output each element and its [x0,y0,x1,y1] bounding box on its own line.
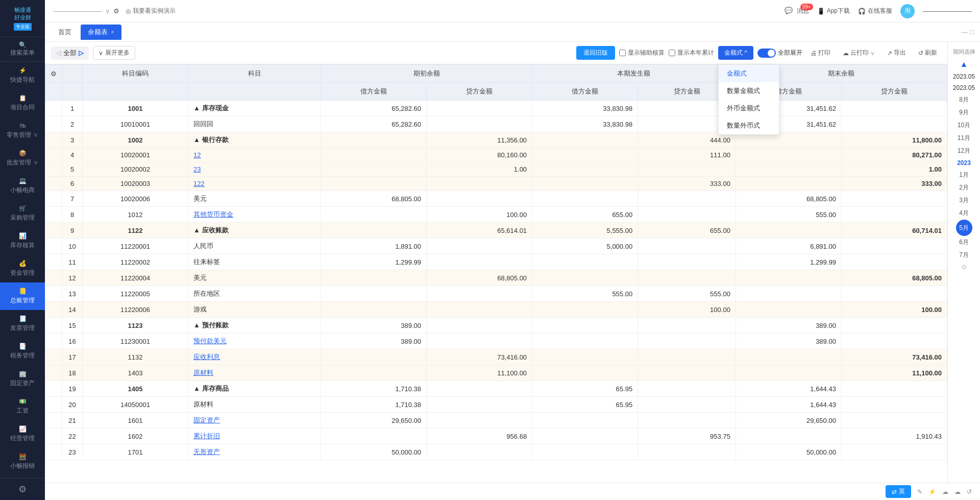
tab-close-icon[interactable]: × [111,29,114,36]
period-10[interactable]: 10月 [953,119,975,132]
table-row: 18 1403 原材料 11,100.00 11,100.00 [45,365,947,381]
breadcrumb-arrow-icon[interactable]: ▷ [79,49,84,57]
search-icon: 🔍 [4,41,41,49]
period-5[interactable]: 5月 [956,220,972,236]
row-name[interactable]: 无形资产 [188,444,321,460]
row-credit-close [841,191,947,207]
back-old-version-btn[interactable]: 退回旧版 [576,46,615,60]
dropdown-item-qty-foreign[interactable]: 数量外币式 [719,117,779,134]
row-name[interactable]: 原材料 [188,365,321,381]
period-3[interactable]: 3月 [953,194,975,207]
bottom-bar: ⇄ 英 ✎ ⚡ ☁ ☁ ↺ [45,483,980,500]
show-ytd-checkbox[interactable] [669,50,675,56]
period-9[interactable]: 9月 [953,106,975,119]
row-name[interactable]: 预付款美元 [188,334,321,349]
row-name: 游戏 [188,302,321,318]
row-name[interactable]: 12 [188,148,321,162]
chevron-down-icon[interactable]: ∨ [105,7,110,15]
row-name[interactable]: 应收利息 [188,349,321,365]
table-row: 20 14050001 原材料 1,710.38 65.95 1,644.43 [45,397,947,413]
col-name: 科目 [188,65,321,83]
bottom-icon-2[interactable]: ⚡ [928,488,936,495]
sidebar-item-purchase[interactable]: 🛒 采购管理 [0,200,45,227]
refresh-btn[interactable]: ↺ 刷新 [914,46,941,59]
row-name[interactable]: 23 [188,162,321,177]
bottom-icon-5[interactable]: ↺ [967,488,972,495]
tab-home[interactable]: 首页 [51,25,79,40]
col-settings[interactable]: ⚙ [45,65,62,83]
row-debit-close [736,365,841,381]
row-debit-cur: 655.00 [532,207,638,223]
sidebar-settings-icon[interactable]: ⚙ [18,484,27,495]
sidebar-item-wholesale[interactable]: 📦 批发管理 ∨ [0,145,45,172]
sidebar-item-reports[interactable]: 🧮 小畅报销 [0,448,45,475]
message-btn[interactable]: 💬 99+ 消息 [785,7,809,15]
sidebar-item-operations[interactable]: 📈 经营管理 [0,420,45,448]
maximize-icon[interactable]: □ [970,28,974,36]
cloud-print-btn[interactable]: ☁ 云打印 ∨ [839,46,879,59]
expand-all-toggle[interactable] [757,49,776,58]
settings-icon[interactable]: ⚙ [113,7,119,15]
table-row: 19 1405 ▲ 库存商品 1,710.38 65.95 1,644.43 [45,381,947,397]
show-aux-checkbox[interactable] [619,50,626,56]
translate-btn[interactable]: ⇄ 英 [886,485,911,498]
message-badge: 99+ [800,4,813,10]
sidebar-item-ecommerce[interactable]: 💻 小畅电商 [0,172,45,200]
row-settings [45,177,62,191]
balance-table: ⚙ 科目编码 科目 期初余额 本期发生额 期末余额 [45,64,947,460]
period-1[interactable]: 1月 [953,169,975,181]
toolbar-right: 退回旧版 显示辅助核算 显示本年累计 金额式 ^ [576,46,941,60]
row-debit-close: 50,000.00 [736,444,841,460]
print-btn[interactable]: 🖨 打印 [806,46,835,59]
period-collapse-icon[interactable]: ⊙ [960,261,969,273]
sidebar-item-capital[interactable]: 💰 资金管理 [0,255,45,282]
period-2[interactable]: 2月 [953,181,975,194]
table-row: 12 11220004 美元 68,805.00 68,805.00 [45,270,947,286]
sidebar-item-tax[interactable]: 📑 税务管理 [0,338,45,365]
period-4[interactable]: 4月 [953,207,975,220]
app-download-btn[interactable]: 📱 App下载 [817,7,850,15]
row-name[interactable]: 其他货币资金 [188,207,321,223]
bottom-icon-1[interactable]: ✎ [917,488,922,495]
period-7[interactable]: 7月 [953,249,975,261]
sidebar-item-shortcut[interactable]: ⚡ 快捷导航 [0,62,45,89]
row-name[interactable]: 122 [188,177,321,191]
export-btn[interactable]: ↗ 导出 [883,46,910,59]
sidebar-item-assets[interactable]: 🏢 固定资产 [0,365,45,393]
sidebar-item-payroll[interactable]: 💵 工资 [0,393,45,420]
demo-link[interactable]: ◎ 我要看实例演示 [126,7,176,15]
bottom-icon-3[interactable]: ☁ [942,488,948,495]
row-debit-close [736,177,841,191]
row-debit-close [736,270,841,286]
sidebar-item-ledger[interactable]: 📒 总账管理 [0,282,45,310]
period-11[interactable]: 11月 [953,132,975,145]
expand-btn[interactable]: ∨ 展开更多 [93,46,135,60]
online-service-btn[interactable]: 🎧 在线客服 [858,7,892,15]
period-8[interactable]: 8月 [953,93,975,106]
dropdown-item-qty-amount[interactable]: 数量金额式 [719,82,779,100]
dropdown-item-foreign-amount[interactable]: 外币金额式 [719,100,779,117]
period-up-arrow[interactable]: ▲ [958,58,970,71]
dropdown-item-amount[interactable]: 金额式 [719,65,779,82]
row-name[interactable]: 累计折旧 [188,428,321,444]
col-no-sub [62,83,83,101]
sidebar-item-retail[interactable]: 🛍 零售管理 ∨ [0,117,45,145]
row-credit-cur [638,191,736,207]
style-btn[interactable]: 金额式 ^ [718,46,753,60]
sidebar-item-inventory[interactable]: 📊 库存核算 [0,227,45,255]
row-name[interactable]: 固定资产 [188,413,321,428]
bottom-icon-4[interactable]: ☁ [954,488,961,495]
period-12[interactable]: 12月 [953,145,975,157]
tab-balance[interactable]: 余额表 × [81,25,121,40]
row-no: 3 [62,132,83,148]
row-code: 10020001 [83,148,188,162]
sidebar-item-invoice[interactable]: 🧾 发票管理 [0,310,45,338]
sidebar-item-project[interactable]: 📋 项目合同 [0,89,45,117]
sidebar-item-search[interactable]: 🔍 搜索菜单 [0,37,45,62]
topbar-left: ———————— ∨ ⚙ ◎ 我要看实例演示 [53,7,176,15]
row-debit-open [321,223,427,239]
period-6[interactable]: 6月 [953,236,975,249]
user-avatar[interactable]: 用 [900,4,915,18]
minimize-icon[interactable]: — [961,28,968,36]
row-credit-open [427,381,532,397]
